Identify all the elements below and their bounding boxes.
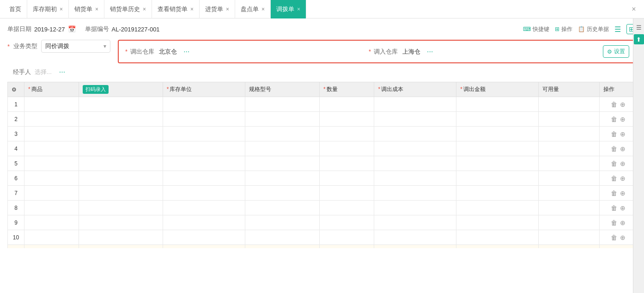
row-spec-4[interactable]	[245, 141, 319, 156]
row-amount-7[interactable]	[456, 186, 539, 201]
row-cost-1[interactable]	[374, 97, 456, 112]
row-product-5[interactable]	[24, 156, 79, 171]
close-tab-inventory-check[interactable]: ×	[261, 6, 265, 12]
row-product-4[interactable]	[24, 141, 79, 156]
close-tab-inventory-init[interactable]: ×	[60, 6, 63, 12]
col-gear[interactable]: ⚙	[8, 82, 24, 97]
tab-sales-history[interactable]: 销货单历史 ×	[104, 0, 152, 18]
tab-view-sales[interactable]: 查看销货单 ×	[152, 0, 200, 18]
close-tab-sales-history[interactable]: ×	[143, 6, 146, 12]
row-spec-9[interactable]	[245, 215, 319, 230]
row-qty-10[interactable]	[320, 230, 374, 245]
row-qty-5[interactable]	[320, 156, 374, 171]
row-cost-6[interactable]	[374, 171, 456, 186]
row-amount-8[interactable]	[456, 201, 539, 215]
row-product-6[interactable]	[24, 171, 79, 186]
row-spec-1[interactable]	[245, 97, 319, 112]
row-spec-2[interactable]	[245, 112, 319, 127]
row-product-7[interactable]	[24, 186, 79, 201]
row-delete-icon-3[interactable]: 🗑	[611, 130, 617, 138]
scan-btn[interactable]: 扫码录入	[83, 85, 109, 94]
row-unit-4[interactable]	[163, 141, 245, 156]
tab-purchase-order[interactable]: 进货单 ×	[200, 0, 235, 18]
row-cost-9[interactable]	[374, 215, 456, 230]
row-product-10[interactable]	[24, 230, 79, 245]
close-tab-purchase-order[interactable]: ×	[226, 6, 229, 12]
row-amount-3[interactable]	[456, 127, 539, 141]
row-unit-1[interactable]	[163, 97, 245, 112]
close-tab-sales-order[interactable]: ×	[95, 6, 98, 12]
row-unit-2[interactable]	[163, 112, 245, 127]
row-copy-icon-3[interactable]: ⊕	[620, 130, 626, 138]
row-amount-4[interactable]	[456, 141, 539, 156]
close-tab-transfer-order[interactable]: ×	[297, 6, 300, 12]
row-cost-7[interactable]	[374, 186, 456, 201]
row-spec-3[interactable]	[245, 127, 319, 141]
row-qty-7[interactable]	[320, 186, 374, 201]
row-unit-6[interactable]	[163, 171, 245, 186]
row-qty-6[interactable]	[320, 171, 374, 186]
row-unit-9[interactable]	[163, 215, 245, 230]
row-copy-icon-9[interactable]: ⊕	[620, 219, 626, 226]
row-copy-icon-7[interactable]: ⊕	[620, 189, 626, 197]
row-spec-5[interactable]	[245, 156, 319, 171]
row-qty-2[interactable]	[320, 112, 374, 127]
row-amount-6[interactable]	[456, 171, 539, 186]
row-copy-icon-8[interactable]: ⊕	[620, 204, 626, 212]
shortcut-btn[interactable]: ⌨ 快捷键	[523, 25, 549, 33]
row-product-9[interactable]	[24, 215, 79, 230]
row-unit-10[interactable]	[163, 230, 245, 245]
calendar-icon[interactable]: 📅	[68, 25, 76, 33]
row-product-8[interactable]	[24, 201, 79, 215]
row-cost-3[interactable]	[374, 127, 456, 141]
row-unit-7[interactable]	[163, 186, 245, 201]
row-cost-4[interactable]	[374, 141, 456, 156]
row-copy-icon-4[interactable]: ⊕	[620, 145, 626, 153]
row-cost-8[interactable]	[374, 201, 456, 215]
out-warehouse-more-btn[interactable]: ···	[180, 48, 193, 56]
close-tab-view-sales[interactable]: ×	[190, 6, 194, 12]
row-qty-1[interactable]	[320, 97, 374, 112]
row-delete-icon-5[interactable]: 🗑	[611, 160, 617, 167]
sidebar-list-icon[interactable]: ☰	[634, 22, 644, 32]
in-warehouse-more-btn[interactable]: ···	[423, 48, 437, 56]
row-qty-4[interactable]	[320, 141, 374, 156]
row-spec-10[interactable]	[245, 230, 319, 245]
row-delete-icon-1[interactable]: 🗑	[611, 101, 617, 108]
row-copy-icon-10[interactable]: ⊕	[620, 234, 626, 241]
row-product-3[interactable]	[24, 127, 79, 141]
row-product-1[interactable]	[24, 97, 79, 112]
out-warehouse-value[interactable]: 北京仓	[159, 48, 177, 56]
row-qty-3[interactable]	[320, 127, 374, 141]
row-unit-8[interactable]	[163, 201, 245, 215]
row-unit-5[interactable]	[163, 156, 245, 171]
row-spec-6[interactable]	[245, 171, 319, 186]
tab-inventory-init[interactable]: 库存期初 ×	[27, 0, 69, 18]
operation-btn[interactable]: ⊞ 操作	[555, 25, 572, 33]
row-copy-icon-5[interactable]: ⊕	[620, 160, 626, 167]
row-delete-icon-9[interactable]: 🗑	[611, 219, 617, 226]
row-qty-9[interactable]	[320, 215, 374, 230]
history-btn[interactable]: 📋 历史单据	[578, 25, 609, 33]
tab-transfer-order[interactable]: 调拨单 ×	[271, 0, 306, 18]
in-warehouse-value[interactable]: 上海仓	[402, 48, 420, 56]
row-amount-2[interactable]	[456, 112, 539, 127]
row-amount-5[interactable]	[456, 156, 539, 171]
row-delete-icon-4[interactable]: 🗑	[611, 145, 617, 153]
handler-more-btn[interactable]: ···	[55, 68, 69, 76]
tab-home[interactable]: 首页	[4, 0, 27, 18]
row-cost-10[interactable]	[374, 230, 456, 245]
row-unit-3[interactable]	[163, 127, 245, 141]
layout-list-btn[interactable]: ☰	[614, 25, 621, 34]
sidebar-export-icon[interactable]: ⬆	[634, 34, 644, 44]
tab-inventory-check[interactable]: 盘点单 ×	[235, 0, 271, 18]
row-delete-icon-7[interactable]: 🗑	[611, 189, 617, 197]
row-product-2[interactable]	[24, 112, 79, 127]
close-window-icon[interactable]: ×	[628, 4, 639, 15]
row-delete-icon-10[interactable]: 🗑	[611, 234, 617, 241]
row-delete-icon-2[interactable]: 🗑	[611, 116, 617, 123]
row-delete-icon-6[interactable]: 🗑	[611, 175, 617, 182]
handler-input[interactable]: 选择...	[35, 68, 52, 76]
row-cost-2[interactable]	[374, 112, 456, 127]
settings-btn[interactable]: ⚙ 设置	[603, 45, 629, 58]
